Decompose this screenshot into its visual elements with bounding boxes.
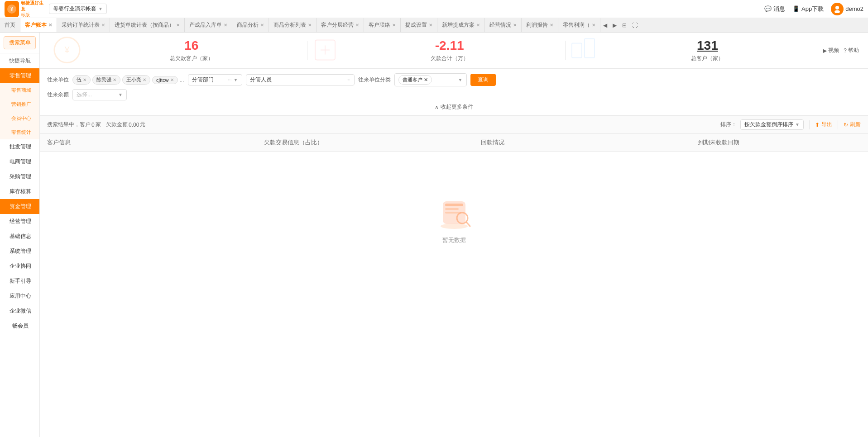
unit-tag-wu-close-icon[interactable]: ✕	[83, 77, 86, 82]
tab-purchase-stats[interactable]: 进货单统计表（按商品） ✕	[110, 18, 185, 33]
tab-product-analysis-list-close-icon[interactable]: ✕	[308, 23, 312, 28]
sidebar-item-marketing[interactable]: 营销推广	[0, 97, 39, 111]
message-btn[interactable]: 💬 消息	[764, 5, 785, 13]
collapse-label: 收起更多条件	[441, 103, 473, 111]
sidebar-item-system-label: 系统管理	[10, 248, 31, 254]
table-area: 客户信息 欠款交易信息（占比） 回款情况 到期未收款日期	[40, 134, 868, 437]
video-help-btn[interactable]: ▶ 视频	[823, 47, 839, 54]
unit-tags-area: 伍 ✕ 陈民强 ✕ 王小亮 ✕ cjttcw ✕ ...	[72, 75, 184, 85]
unit-tag-chen-label: 陈民强	[96, 76, 111, 83]
unit-class-tag[interactable]: 普通客户 ✕	[398, 75, 432, 85]
sidebar-item-enterprise[interactable]: 企业协同	[0, 259, 39, 274]
sidebar-item-basic[interactable]: 基础信息	[0, 229, 39, 244]
unit-tag-wang-close-icon[interactable]: ✕	[143, 77, 146, 82]
tab-retail-profit-close-icon[interactable]: ✕	[592, 23, 595, 28]
query-button[interactable]: 查询	[470, 74, 496, 86]
stat-credit-customers: ¥ 16 总欠款客户（家）	[49, 38, 307, 62]
tab-product-analysis-list-label: 商品分析列表	[273, 21, 306, 29]
tab-profit-report[interactable]: 利润报告 ✕	[522, 18, 558, 33]
export-btn[interactable]: ⬆ 导出	[815, 121, 832, 128]
person-filter-input[interactable]: 分管人员 ···	[246, 74, 355, 86]
sidebar-item-member[interactable]: 会员中心	[0, 111, 39, 125]
content-area: ¥ 16 总欠款客户（家） -2.11	[40, 33, 868, 437]
tab-purchase-order-label: 采购订单统计表	[62, 21, 100, 29]
unit-tag-wu[interactable]: 伍 ✕	[72, 75, 91, 85]
tab-product-analysis-list[interactable]: 商品分析列表 ✕	[269, 18, 317, 33]
sidebar-item-wholesale-label: 批发管理	[10, 143, 31, 150]
tab-new-promotion[interactable]: 新增提成方案 ✕	[437, 18, 485, 33]
unit-tag-cjttcw-close-icon[interactable]: ✕	[170, 77, 174, 82]
sidebar-item-retail-stats[interactable]: 零售统计	[0, 125, 39, 139]
collapse-filters-btn[interactable]: ∧ 收起更多条件	[47, 103, 861, 111]
sidebar-item-new-guide[interactable]: 新手引导	[0, 274, 39, 289]
sidebar-item-finance[interactable]: 资金管理	[0, 199, 39, 214]
app-download-btn[interactable]: 📱 App下载	[792, 5, 824, 13]
sidebar-item-app-center[interactable]: 应用中心	[0, 289, 39, 304]
unit-class-tag-close-icon[interactable]: ✕	[424, 77, 428, 83]
tab-fullscreen-btn[interactable]: ⛶	[629, 18, 640, 33]
tab-next-btn[interactable]: ▶	[610, 18, 619, 33]
tab-prev-btn[interactable]: ◀	[600, 18, 610, 33]
tab-purchase-stats-close-icon[interactable]: ✕	[176, 23, 180, 28]
sidebar-item-purchase[interactable]: 采购管理	[0, 169, 39, 184]
dept-filter-select[interactable]: 分管部门 ··· ▼	[188, 74, 242, 86]
tab-purchase-order-close-icon[interactable]: ✕	[101, 23, 105, 28]
tab-product-analysis[interactable]: 商品分析 ✕	[232, 18, 269, 33]
sidebar-item-wholesale[interactable]: 批发管理	[0, 139, 39, 154]
sidebar-item-retail-mall[interactable]: 零售商城	[0, 83, 39, 97]
sidebar-item-ecommerce[interactable]: 电商管理	[0, 154, 39, 169]
tab-product-inbound[interactable]: 产成品入库单 ✕	[185, 18, 232, 33]
tab-home[interactable]: 首页	[0, 18, 20, 33]
tab-accounts-label: 客户账本	[25, 21, 47, 29]
tab-retail-profit[interactable]: 零售利润（ ✕	[558, 18, 600, 33]
search-result-prefix: 搜索结果中，客户	[47, 121, 91, 128]
unit-tag-chen[interactable]: 陈民强 ✕	[92, 75, 120, 85]
tab-purchase-order[interactable]: 采购订单统计表 ✕	[57, 18, 110, 33]
tab-business-close-icon[interactable]: ✕	[513, 23, 517, 28]
tab-product-analysis-close-icon[interactable]: ✕	[260, 23, 264, 28]
tab-customer-tier[interactable]: 客户分层经营 ✕	[317, 18, 364, 33]
sidebar-item-vip-member[interactable]: 畅会员	[0, 318, 39, 333]
filter-area: 往来单位 伍 ✕ 陈民强 ✕ 王小亮 ✕ cjttcw	[40, 69, 868, 116]
refresh-btn[interactable]: ↻ 刷新	[844, 121, 861, 128]
tab-promotion-settings[interactable]: 提成设置 ✕	[401, 18, 437, 33]
sidebar-item-enterprise-wechat[interactable]: 企业微信	[0, 304, 39, 318]
tab-customer-tier-close-icon[interactable]: ✕	[355, 23, 359, 28]
svg-rect-14	[445, 208, 459, 210]
svg-rect-9	[572, 43, 582, 57]
svg-point-2	[835, 6, 839, 10]
unit-class-chevron-icon: ▼	[458, 77, 463, 82]
unit-class-filter-select[interactable]: 普通客户 ✕ ▼	[394, 73, 467, 86]
user-avatar-area[interactable]: demo2	[831, 3, 863, 15]
sidebar-search-btn[interactable]: 搜索菜单	[4, 36, 36, 49]
tab-accounts-close-icon[interactable]: ✕	[48, 23, 52, 28]
sidebar-quick-nav-btn[interactable]: 快捷导航	[0, 53, 39, 68]
unit-tags-more[interactable]: ...	[180, 77, 184, 83]
col-credit-info: 欠款交易信息（占比）	[264, 138, 481, 147]
unit-tag-chen-close-icon[interactable]: ✕	[113, 77, 116, 82]
unit-tag-cjttcw[interactable]: cjttcw ✕	[152, 76, 178, 84]
sidebar-item-system[interactable]: 系统管理	[0, 244, 39, 259]
sidebar-item-inventory[interactable]: 库存核算	[0, 184, 39, 199]
tab-promotion-settings-close-icon[interactable]: ✕	[429, 23, 432, 28]
remainder-filter-select[interactable]: 选择... ▼	[72, 89, 127, 100]
sidebar-item-operations[interactable]: 经营管理	[0, 214, 39, 229]
tab-accounts[interactable]: 客户账本 ✕	[20, 18, 57, 33]
refresh-label: 刷新	[850, 121, 861, 128]
account-dropdown[interactable]: 母婴行业演示帐套 ▼	[49, 4, 107, 14]
credit-customers-number: 16	[170, 38, 213, 53]
tab-new-promotion-close-icon[interactable]: ✕	[476, 23, 480, 28]
help-btn[interactable]: ? 帮助	[844, 47, 859, 54]
unit-tag-wang[interactable]: 王小亮 ✕	[122, 75, 150, 85]
tab-expand-btn[interactable]: ⊟	[619, 18, 629, 33]
tab-customer-contact-close-icon[interactable]: ✕	[392, 23, 396, 28]
tab-customer-contact[interactable]: 客户联络 ✕	[364, 18, 401, 33]
sidebar-item-retail[interactable]: 零售管理	[0, 68, 39, 83]
unit-tag-cjttcw-label: cjttcw	[156, 77, 169, 83]
tab-business[interactable]: 经营情况 ✕	[485, 18, 522, 33]
sort-select-dropdown[interactable]: 按欠款金额倒序排序 ▼	[740, 119, 804, 130]
tab-profit-report-close-icon[interactable]: ✕	[550, 23, 553, 28]
username-label: demo2	[845, 5, 863, 12]
sidebar-item-new-guide-label: 新手引导	[10, 278, 31, 284]
tab-product-inbound-close-icon[interactable]: ✕	[224, 23, 227, 28]
